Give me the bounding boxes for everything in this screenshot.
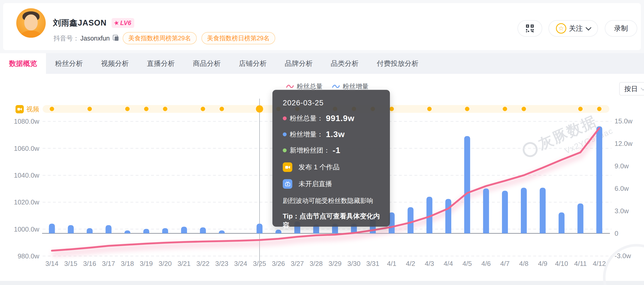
x-axis-label: 4/7 bbox=[500, 260, 509, 267]
tooltip-tip: Tip：点击节点可查看具体变化内容 bbox=[283, 212, 385, 230]
video-dot[interactable] bbox=[144, 107, 148, 111]
x-axis-label: 3/27 bbox=[291, 260, 304, 267]
video-dot[interactable] bbox=[201, 107, 205, 111]
chart-tooltip: 2026-03-25 粉丝总量： 991.9w 粉丝增量： 1.3w 新增粉丝团… bbox=[272, 90, 390, 227]
fans-delta-bar[interactable] bbox=[143, 229, 149, 233]
tooltip-row-fanclub-delta: 新增粉丝团： -1 bbox=[283, 146, 385, 155]
x-axis-label: 3/28 bbox=[310, 260, 323, 267]
right-axis-label: 12.0w bbox=[615, 140, 633, 147]
fans-delta-bar[interactable] bbox=[106, 225, 112, 233]
left-axis-label: 1060.0w bbox=[14, 145, 40, 152]
x-axis-label: 4/3 bbox=[425, 260, 434, 267]
x-axis-label: 4/10 bbox=[555, 260, 568, 267]
fans-delta-bar[interactable] bbox=[445, 199, 451, 233]
video-camera-icon bbox=[15, 105, 24, 113]
x-axis-label: 3/21 bbox=[177, 260, 191, 267]
left-axis-label: 1080.0w bbox=[14, 117, 40, 125]
video-dot[interactable] bbox=[389, 107, 394, 111]
x-axis-label: 3/15 bbox=[64, 260, 77, 267]
green-dot-icon bbox=[283, 148, 287, 152]
x-axis-label: 4/12 bbox=[593, 260, 606, 267]
video-dot[interactable] bbox=[163, 107, 167, 111]
right-axis-label: 6.0w bbox=[615, 185, 629, 192]
video-dot[interactable] bbox=[219, 107, 224, 111]
fans-delta-bar[interactable] bbox=[257, 224, 263, 233]
fans-delta-bar[interactable] bbox=[521, 188, 527, 233]
video-dot[interactable] bbox=[125, 107, 130, 111]
left-axis-label: 1020.0w bbox=[14, 198, 40, 206]
right-axis-label: 0 bbox=[615, 229, 618, 237]
x-axis-label: 4/9 bbox=[538, 260, 547, 267]
fans-delta-bar[interactable] bbox=[68, 225, 74, 233]
video-dot-highlighted[interactable] bbox=[256, 105, 263, 113]
fans-delta-bar[interactable] bbox=[540, 188, 546, 233]
x-axis-label: 3/20 bbox=[159, 260, 172, 267]
fans-delta-bar[interactable] bbox=[200, 227, 206, 233]
video-dot[interactable] bbox=[465, 107, 469, 111]
tooltip-tip-label: Tip： bbox=[283, 212, 300, 220]
fans-delta-bar[interactable] bbox=[219, 230, 225, 233]
fans-delta-bar[interactable] bbox=[276, 230, 281, 234]
video-dot[interactable] bbox=[427, 107, 432, 111]
right-axis-label: 3.0w bbox=[615, 207, 629, 215]
x-axis-label: 4/11 bbox=[574, 260, 587, 267]
fans-delta-bar[interactable] bbox=[559, 212, 564, 233]
x-axis-label: 4/4 bbox=[444, 260, 453, 267]
legend-item-fans-total[interactable]: 粉丝总量 bbox=[286, 82, 323, 91]
period-selector-value: 按日 bbox=[624, 84, 638, 93]
tooltip-date: 2026-03-25 bbox=[283, 99, 385, 107]
tooltip-value: -1 bbox=[333, 146, 340, 155]
right-axis-label: 9.0w bbox=[615, 162, 629, 170]
x-axis-label: 3/30 bbox=[347, 260, 360, 267]
video-dot[interactable] bbox=[578, 107, 583, 111]
fans-delta-bar[interactable] bbox=[464, 136, 470, 233]
fans-delta-bar[interactable] bbox=[181, 227, 187, 233]
fans-delta-bar[interactable] bbox=[577, 203, 583, 233]
watermark-circle bbox=[604, 245, 644, 285]
x-axis-label: 3/17 bbox=[102, 260, 115, 267]
fans-delta-bar[interactable] bbox=[407, 207, 413, 234]
legend-item-fans-delta[interactable]: 粉丝增量 bbox=[332, 82, 368, 91]
x-axis-label: 3/14 bbox=[45, 260, 59, 267]
right-axis-label: 15.0w bbox=[615, 117, 633, 125]
x-axis-label: 3/23 bbox=[215, 260, 229, 267]
period-selector[interactable]: 按日 bbox=[619, 82, 644, 96]
x-axis-label: 3/29 bbox=[328, 260, 342, 267]
left-axis-label: 1000.0w bbox=[14, 225, 40, 233]
video-row-label: 视频 bbox=[26, 105, 39, 113]
pink-wave-icon bbox=[286, 84, 294, 89]
video-dot[interactable] bbox=[88, 107, 92, 111]
tooltip-video-note: 发布 1 个作品 bbox=[299, 163, 340, 172]
tooltip-value: 991.9w bbox=[326, 114, 355, 123]
fans-delta-bar[interactable] bbox=[124, 230, 130, 233]
fans-delta-bar[interactable] bbox=[87, 228, 93, 233]
tooltip-live-row: 未开启直播 bbox=[283, 179, 385, 189]
fans-delta-bar[interactable] bbox=[49, 224, 55, 233]
x-axis-label: 3/18 bbox=[121, 260, 134, 267]
tooltip-label: 粉丝增量： bbox=[290, 130, 323, 139]
x-axis-label: 4/6 bbox=[481, 260, 491, 267]
fans-delta-bar[interactable] bbox=[162, 228, 168, 233]
x-axis-label: 3/16 bbox=[83, 260, 96, 267]
tooltip-live-note: 未开启直播 bbox=[299, 179, 332, 188]
video-dot[interactable] bbox=[522, 107, 526, 111]
tooltip-row-fans-total: 粉丝总量： 991.9w bbox=[283, 114, 385, 123]
tooltip-row-fans-delta: 粉丝增量： 1.3w bbox=[283, 130, 385, 139]
tooltip-label: 新增粉丝团： bbox=[290, 146, 330, 155]
video-dot[interactable] bbox=[503, 107, 507, 111]
live-tv-icon bbox=[283, 179, 292, 189]
left-axis-label: 1040.0w bbox=[14, 171, 40, 179]
fans-delta-bar[interactable] bbox=[502, 191, 508, 233]
x-axis-label: 3/24 bbox=[234, 260, 247, 267]
x-axis-label: 3/31 bbox=[366, 260, 379, 267]
x-axis-label: 4/2 bbox=[406, 260, 415, 267]
legend-label-fans-delta: 粉丝增量 bbox=[343, 82, 368, 91]
video-dot[interactable] bbox=[50, 107, 54, 111]
video-dot[interactable] bbox=[597, 107, 601, 111]
fans-delta-bar[interactable] bbox=[483, 188, 489, 233]
right-axis-label: -3.0w bbox=[615, 252, 631, 260]
x-axis-label: 4/1 bbox=[387, 260, 396, 267]
fans-delta-bar[interactable] bbox=[596, 126, 602, 233]
x-axis-label: 3/22 bbox=[196, 260, 209, 267]
blue-dot-icon bbox=[283, 132, 287, 136]
